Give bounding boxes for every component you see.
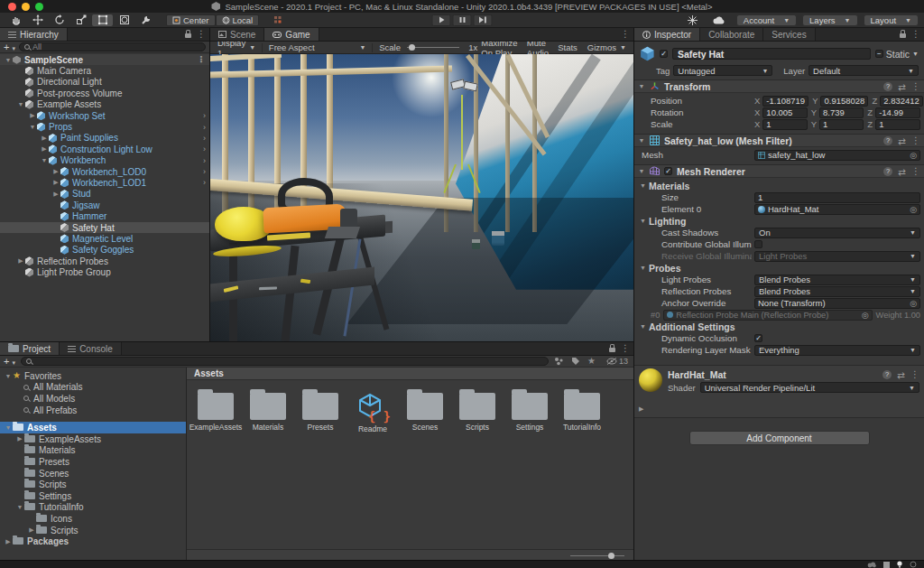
asset-zoom-slider[interactable] <box>570 555 624 556</box>
prefab-open-arrow[interactable]: › <box>203 167 206 176</box>
zoom-button[interactable] <box>35 3 43 11</box>
hierarchy-item[interactable]: ▼Example Assets <box>0 99 209 110</box>
scale-slider-knob[interactable] <box>409 44 415 51</box>
asset-folder-tile[interactable]: Scenes <box>405 393 445 432</box>
tree-folder[interactable]: Materials <box>0 445 186 457</box>
hierarchy-item[interactable]: Jigsaw <box>0 200 209 210</box>
hand-tool-button[interactable] <box>5 14 26 26</box>
minimize-button[interactable] <box>22 3 30 11</box>
component-menu-icon[interactable]: ⋮ <box>911 136 920 145</box>
asset-zoom-knob[interactable] <box>608 553 614 559</box>
materials-foldout[interactable]: ▼Materials <box>638 180 920 191</box>
create-object-button[interactable]: + ▾ <box>4 42 15 52</box>
lock-icon[interactable] <box>609 348 615 352</box>
pivot-toggle-button[interactable]: Center <box>166 14 216 26</box>
favorites-root[interactable]: ▼★Favorites <box>0 370 186 382</box>
lighting-foldout[interactable]: ▼Lighting <box>638 215 920 227</box>
panel-menu-icon[interactable]: ⋮ <box>621 30 630 39</box>
foldout-closed-icon[interactable]: ▶ <box>51 191 60 198</box>
position-z-field[interactable]: 2.832412 <box>880 96 923 107</box>
foldout-closed-icon[interactable]: ▶ <box>15 435 24 442</box>
rect-tool-button[interactable] <box>92 14 113 26</box>
tree-folder[interactable]: Scenes <box>0 468 186 480</box>
rotation-y-field[interactable]: 8.739 <box>819 107 864 118</box>
cast-shadows-dropdown[interactable]: On▼ <box>754 228 920 238</box>
panel-menu-icon[interactable]: ⋮ <box>197 30 206 39</box>
foldout-open-icon[interactable]: ▼ <box>4 373 13 379</box>
help-icon[interactable]: ? <box>883 82 892 91</box>
transform-header[interactable]: ▼ Transform ?⇄⋮ <box>634 79 924 93</box>
help-icon[interactable]: ? <box>882 370 892 379</box>
foldout-open-icon[interactable]: ▼ <box>4 424 13 431</box>
gizmos-dropdown[interactable]: Gizmos▼ <box>585 42 629 52</box>
grid-snapping-button[interactable] <box>268 14 289 26</box>
foldout-closed-icon[interactable]: ▶ <box>51 179 60 186</box>
foldout-open-icon[interactable]: ▼ <box>638 168 645 174</box>
layout-dropdown[interactable]: Layout▼ <box>864 14 919 26</box>
hierarchy-search[interactable] <box>19 42 206 51</box>
hierarchy-item[interactable]: Magnetic Level <box>0 233 209 244</box>
foldout-closed-icon[interactable]: ▶ <box>51 168 60 175</box>
tab-collaborate[interactable]: Collaborate <box>700 28 763 41</box>
dynamic-occlusion-checkbox[interactable]: ✓ <box>754 334 762 342</box>
hierarchy-item[interactable]: Post-process Volume <box>0 88 209 98</box>
progress-activity-icon[interactable] <box>682 14 703 26</box>
game-viewport[interactable] <box>210 54 633 341</box>
mesh-renderer-checkbox[interactable]: ✓ <box>664 167 672 175</box>
scene-menu-icon[interactable]: ⋮ <box>197 55 206 64</box>
tab-project[interactable]: Project <box>0 342 60 355</box>
rendering-layer-dropdown[interactable]: Everything▼ <box>754 345 920 356</box>
mesh-renderer-header[interactable]: ▼ ✓ Mesh Renderer ?⇄⋮ <box>634 164 924 178</box>
component-menu-icon[interactable]: ⋮ <box>911 82 920 91</box>
scale-slider[interactable] <box>407 47 459 48</box>
tab-inspector[interactable]: Inspector <box>634 28 700 41</box>
tab-services[interactable]: Services <box>763 28 815 41</box>
position-x-field[interactable]: -1.108719 <box>762 96 808 107</box>
reflection-probes-dropdown[interactable]: Blend Probes▼ <box>754 286 920 297</box>
hierarchy-item[interactable]: ▶Workbench_LOD0› <box>0 166 209 177</box>
hierarchy-item[interactable]: ▶Reflection Probes <box>0 256 209 266</box>
material-element-field[interactable]: HardHat_Mat◎ <box>754 204 920 215</box>
prefab-open-arrow[interactable]: › <box>203 134 206 143</box>
foldout-open-icon[interactable]: ▼ <box>4 57 13 63</box>
component-menu-icon[interactable]: ⋮ <box>910 370 919 379</box>
prefab-open-arrow[interactable]: › <box>203 144 206 154</box>
tag-dropdown[interactable]: Untagged▼ <box>673 65 772 76</box>
scale-y-field[interactable]: 1 <box>819 119 864 130</box>
foldout-open-icon[interactable]: ▼ <box>15 504 24 510</box>
favorites-item[interactable]: All Models <box>0 393 186 405</box>
light-bake-icon[interactable] <box>897 561 902 568</box>
foldout-open-icon[interactable]: ▼ <box>28 124 37 130</box>
orientation-toggle-button[interactable]: Local <box>216 14 260 26</box>
mesh-filter-header[interactable]: ▼ Safety_hat_low (Mesh Filter) ?⇄⋮ <box>634 134 924 147</box>
close-button[interactable] <box>8 3 16 11</box>
tree-folder[interactable]: ▼TutorialInfo <box>0 502 186 514</box>
create-asset-button[interactable]: + ▾ <box>4 357 15 367</box>
foldout-open-icon[interactable]: ▼ <box>638 83 645 89</box>
foldout-closed-icon[interactable]: ▶ <box>40 145 49 153</box>
help-icon[interactable]: ? <box>883 136 892 145</box>
component-menu-icon[interactable]: ⋮ <box>911 167 920 176</box>
panel-menu-icon[interactable]: ⋮ <box>911 30 920 39</box>
hierarchy-item[interactable]: Light Probe Group <box>0 266 209 277</box>
layer-dropdown[interactable]: Default▼ <box>808 65 919 76</box>
package-filter-icon[interactable] <box>554 357 564 366</box>
cloud-status-icon[interactable] <box>867 562 876 568</box>
asset-folder-tile[interactable]: Materials <box>248 393 288 432</box>
asset-folder-tile[interactable]: Settings <box>510 393 550 432</box>
progress-spinner-icon[interactable] <box>910 561 917 568</box>
tree-folder[interactable]: ▶ExampleAssets <box>0 433 186 445</box>
hierarchy-item[interactable]: ▶Stud <box>0 189 209 200</box>
foldout-closed-icon[interactable]: ▶ <box>4 538 13 545</box>
hierarchy-item-selected[interactable]: Safety Hat <box>0 222 209 233</box>
probes-foldout[interactable]: ▼Probes <box>638 262 920 274</box>
layers-dropdown[interactable]: Layers▼ <box>802 14 857 26</box>
asset-folder-tile[interactable]: Presets <box>300 393 340 432</box>
asset-readme-tile[interactable]: { }Readme <box>353 393 393 433</box>
move-tool-button[interactable] <box>27 14 48 26</box>
static-mixed-checkbox[interactable]: − <box>875 50 883 58</box>
hierarchy-item[interactable]: ▼Props› <box>0 121 209 132</box>
hierarchy-search-input[interactable] <box>32 42 200 51</box>
account-dropdown[interactable]: Account▼ <box>736 14 797 26</box>
foldout-open-icon[interactable]: ▼ <box>40 157 49 163</box>
